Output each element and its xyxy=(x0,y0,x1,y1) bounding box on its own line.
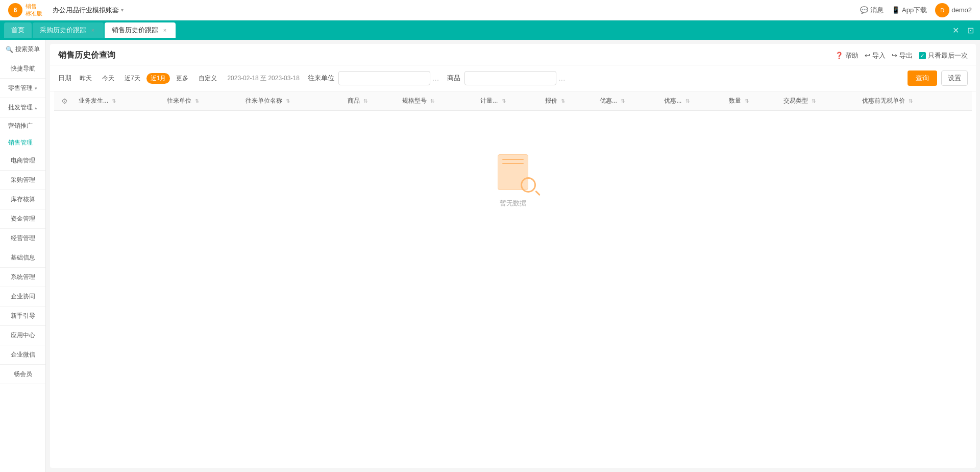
sidebar-item-search[interactable]: 🔍 搜索菜单 xyxy=(0,40,45,59)
tab-sales-history-label: 销售历史价跟踪 xyxy=(112,26,158,35)
sidebar-item-basics[interactable]: 基础信息 xyxy=(0,248,45,268)
col-goods[interactable]: 商品 ⇅ xyxy=(344,91,398,111)
col-quote[interactable]: 报价 ⇅ xyxy=(541,91,596,111)
tab-sales-history-close[interactable]: × xyxy=(161,27,168,34)
col-partner-name[interactable]: 往来单位名称 ⇅ xyxy=(241,91,344,111)
date-opt-yesterday[interactable]: 昨天 xyxy=(76,73,96,84)
date-opt-1month[interactable]: 近1月 xyxy=(146,73,170,84)
col-unit[interactable]: 计量... ⇅ xyxy=(476,91,541,111)
sort-arrows-icon: ⇅ xyxy=(812,98,816,104)
export-button[interactable]: ↪ 导出 xyxy=(892,51,913,60)
date-opt-more[interactable]: 更多 xyxy=(172,73,192,84)
col-discount2[interactable]: 优惠... ⇅ xyxy=(660,91,725,111)
sidebar-item-wholesale[interactable]: 批发管理 ▴ xyxy=(0,98,45,117)
date-opt-custom[interactable]: 自定义 xyxy=(194,73,221,84)
message-button[interactable]: 💬 消息 xyxy=(860,6,884,15)
goods-label: 商品 xyxy=(447,74,460,83)
query-button[interactable]: 查询 xyxy=(908,70,937,86)
sidebar-sub-item-marketing[interactable]: 营销推广 xyxy=(0,117,45,134)
sort-arrows-icon: ⇅ xyxy=(685,98,690,104)
sidebar-item-enterprise[interactable]: 企业协同 xyxy=(0,287,45,306)
tab-purchase-history-close[interactable]: × xyxy=(89,27,96,34)
avatar: D xyxy=(935,3,949,17)
col-quantity[interactable]: 数量 ⇅ xyxy=(725,91,779,111)
filter-area: 日期 昨天 今天 近7天 近1月 更多 自定义 2023-02-18 至 202… xyxy=(50,65,976,91)
sidebar-item-operations[interactable]: 经营管理 xyxy=(0,229,45,248)
logo-area: 6 销售 标准版 xyxy=(8,3,42,17)
sidebar-item-inventory[interactable]: 库存核算 xyxy=(0,190,45,209)
sidebar-item-finance[interactable]: 资金管理 xyxy=(0,209,45,229)
sidebar-item-system[interactable]: 系统管理 xyxy=(0,268,45,287)
help-button[interactable]: ❓ 帮助 xyxy=(835,51,859,60)
page-header: 销售历史价查询 ❓ 帮助 ↩ 导入 ↪ 导出 ✓ xyxy=(50,44,976,65)
col-partner-code[interactable]: 往来单位 ⇅ xyxy=(163,91,241,111)
export-icon: ↪ xyxy=(892,52,897,59)
col-spec[interactable]: 规格型号 ⇅ xyxy=(398,91,477,111)
import-button[interactable]: ↩ 导入 xyxy=(865,51,886,60)
app-download-button[interactable]: 📱 App下载 xyxy=(892,6,927,15)
partner-input[interactable] xyxy=(338,71,430,85)
goods-dots-button[interactable]: ... xyxy=(558,74,565,83)
tab-home[interactable]: 首页 xyxy=(4,22,32,38)
empty-text: 暂无数据 xyxy=(500,199,526,208)
app-selector[interactable]: 办公用品行业模拟账套 ▾ xyxy=(53,6,124,15)
main-layout: 🔍 搜索菜单 快捷导航 零售管理 ▾ 批发管理 ▴ 营销推广 销售管理 电商管理… xyxy=(0,40,980,472)
sidebar-sub-item-sales-mgmt[interactable]: 销售管理 xyxy=(0,134,45,151)
sidebar-item-purchase[interactable]: 采购管理 xyxy=(0,171,45,190)
chevron-down-icon: ▾ xyxy=(121,7,124,13)
sidebar-item-app-center[interactable]: 应用中心 xyxy=(0,326,45,345)
sort-arrows-icon: ⇅ xyxy=(561,98,565,104)
date-label: 日期 xyxy=(58,74,71,83)
filter-actions: 查询 设置 xyxy=(908,70,968,86)
sidebar-item-member[interactable]: 畅会员 xyxy=(0,365,45,384)
col-discount1[interactable]: 优惠... ⇅ xyxy=(596,91,660,111)
tab-home-label: 首页 xyxy=(11,26,24,35)
sort-arrows-icon: ⇅ xyxy=(112,98,116,104)
page-title: 销售历史价查询 xyxy=(58,50,115,61)
partner-filter-group: 往来单位 ... xyxy=(308,71,439,85)
sort-arrows-icon: ⇅ xyxy=(286,98,290,104)
top-header: 6 销售 标准版 办公用品行业模拟账套 ▾ 💬 消息 📱 App下载 D dem… xyxy=(0,0,980,20)
close-window-icon[interactable]: ✕ xyxy=(950,25,961,36)
header-left: 6 销售 标准版 办公用品行业模拟账套 ▾ xyxy=(8,3,124,17)
sidebar-item-wechat[interactable]: 企业微信 xyxy=(0,345,45,365)
tab-bar-right: ✕ ⊡ xyxy=(950,25,976,36)
date-filter-group: 日期 昨天 今天 近7天 近1月 更多 自定义 2023-02-18 至 202… xyxy=(58,73,300,84)
sort-arrows-icon: ⇅ xyxy=(502,98,506,104)
gear-icon[interactable]: ⚙ xyxy=(61,97,68,105)
sidebar-item-newbie[interactable]: 新手引导 xyxy=(0,306,45,326)
settings-button[interactable]: 设置 xyxy=(941,70,968,86)
date-options: 昨天 今天 近7天 近1月 更多 自定义 xyxy=(76,73,221,84)
col-biz-date[interactable]: 业务发生... ⇅ xyxy=(75,91,163,111)
only-last-checkbox[interactable]: ✓ 只看最后一次 xyxy=(919,51,968,60)
chevron-down-icon: ▾ xyxy=(35,86,37,91)
sort-arrows-icon: ⇅ xyxy=(909,98,913,104)
content-area: 销售历史价查询 ❓ 帮助 ↩ 导入 ↪ 导出 ✓ xyxy=(46,40,980,472)
tab-bar: 首页 采购历史价跟踪 × 销售历史价跟踪 × ✕ ⊡ xyxy=(0,20,980,40)
tab-purchase-history[interactable]: 采购历史价跟踪 × xyxy=(33,22,104,38)
tab-sales-history[interactable]: 销售历史价跟踪 × xyxy=(105,22,176,38)
chevron-up-icon: ▴ xyxy=(35,105,37,110)
user-menu[interactable]: D demo2 xyxy=(935,3,972,17)
data-table: ⚙ 业务发生... ⇅ 往来单位 ⇅ 往来单位名称 xyxy=(54,91,972,111)
sort-arrows-icon: ⇅ xyxy=(745,98,749,104)
goods-input[interactable] xyxy=(464,71,556,85)
col-settings: ⚙ xyxy=(54,91,75,111)
partner-label: 往来单位 xyxy=(308,74,334,83)
sidebar-item-quick-nav[interactable]: 快捷导航 xyxy=(0,59,45,79)
empty-illustration xyxy=(487,152,538,193)
col-trade-type[interactable]: 交易类型 ⇅ xyxy=(779,91,858,111)
sidebar: 🔍 搜索菜单 快捷导航 零售管理 ▾ 批发管理 ▴ 营销推广 销售管理 电商管理… xyxy=(0,40,46,472)
sort-arrows-icon: ⇅ xyxy=(363,98,368,104)
date-opt-last7[interactable]: 近7天 xyxy=(120,73,144,84)
partner-dots-button[interactable]: ... xyxy=(432,74,439,83)
sidebar-item-retail[interactable]: 零售管理 ▾ xyxy=(0,79,45,98)
goods-filter-group: 商品 ... xyxy=(447,71,565,85)
sort-arrows-icon: ⇅ xyxy=(621,98,625,104)
col-pre-tax-price[interactable]: 优惠前无税单价 ⇅ xyxy=(858,91,972,111)
empty-state: 暂无数据 xyxy=(54,111,972,239)
maximize-window-icon[interactable]: ⊡ xyxy=(965,25,976,36)
download-icon: 📱 xyxy=(892,6,900,14)
date-opt-today[interactable]: 今天 xyxy=(98,73,118,84)
sidebar-item-ecommerce[interactable]: 电商管理 xyxy=(0,151,45,171)
